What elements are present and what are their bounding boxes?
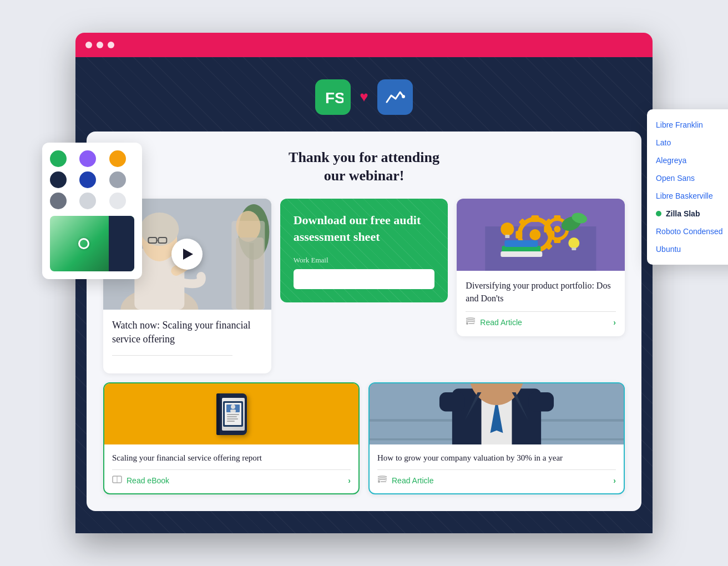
article-card-body: Diversifying your product portfolio: Dos… <box>457 271 625 336</box>
article-divider <box>466 311 616 312</box>
download-card: Download our free audit assessment sheet… <box>280 199 448 302</box>
bottom-article-card-body: How to grow your company valuation by 30… <box>370 444 624 493</box>
font-option-label: Alegreya <box>656 156 686 165</box>
svg-point-71 <box>378 481 380 483</box>
video-divider <box>112 355 232 356</box>
font-picker-panel: Libre Franklin Lato Alegreya Open Sans L… <box>647 109 728 265</box>
svg-rect-70 <box>528 393 554 412</box>
heading-line1: Thank you for attending <box>289 149 439 165</box>
svg-rect-33 <box>505 240 538 247</box>
swatch-gray-light[interactable] <box>79 193 96 209</box>
swatch-dark-navy[interactable] <box>50 171 67 188</box>
swatch-yellow[interactable] <box>109 150 126 167</box>
svg-rect-31 <box>544 226 549 233</box>
browser-window: FS ♥ <box>75 33 653 534</box>
color-palette-panel <box>42 143 142 279</box>
download-label: Work Email <box>294 256 435 265</box>
swatch-blue[interactable] <box>79 171 96 188</box>
svg-point-41 <box>466 322 468 325</box>
ebook-book-visual <box>216 393 247 435</box>
font-option-roboto-condensed[interactable]: Roboto Condensed <box>647 223 728 240</box>
svg-point-1 <box>402 95 405 98</box>
browser-titlebar <box>75 33 653 57</box>
svg-point-37 <box>569 237 580 249</box>
logo-fs: FS <box>315 79 351 115</box>
swatch-gray-dark[interactable] <box>50 193 67 209</box>
font-option-lato[interactable]: Lato <box>647 134 728 151</box>
svg-point-18 <box>530 229 541 240</box>
bottom-article-icon <box>377 476 387 486</box>
font-option-label: Lato <box>656 138 671 147</box>
main-content-area: Libre Franklin Lato Alegreya Open Sans L… <box>87 132 641 512</box>
svg-rect-46 <box>230 410 236 412</box>
svg-point-35 <box>501 223 514 236</box>
bottom-article-divider <box>377 469 616 470</box>
read-ebook-label: Read eBook <box>127 476 169 485</box>
font-option-open-sans[interactable]: Open Sans <box>647 169 728 187</box>
read-ebook-link[interactable]: Read eBook › <box>112 476 351 486</box>
svg-rect-21 <box>516 231 523 239</box>
ebook-icon <box>112 476 122 486</box>
work-email-input[interactable] <box>294 269 435 289</box>
gradient-preview[interactable] <box>50 216 134 271</box>
svg-rect-49 <box>227 418 238 420</box>
font-option-zilla-slab[interactable]: Zilla Slab <box>647 205 728 223</box>
content-grid: Watch now: Scaling your financial servic… <box>103 199 625 373</box>
font-option-ubuntu[interactable]: Ubuntu <box>647 240 728 258</box>
page-heading: Thank you for attending our webinar! <box>103 148 625 186</box>
swatch-green[interactable] <box>50 150 67 167</box>
font-option-alegreya[interactable]: Alegreya <box>647 151 728 169</box>
traffic-light-3[interactable] <box>108 42 114 48</box>
gradient-preview-dark <box>109 216 134 271</box>
video-title: Watch now: Scaling your financial servic… <box>112 319 262 346</box>
traffic-light-2[interactable] <box>97 42 103 48</box>
swatch-gray-medium[interactable] <box>109 171 126 188</box>
swatch-gray-lighter[interactable] <box>109 193 126 209</box>
read-article-link[interactable]: Read Article › <box>466 317 616 327</box>
read-article-label: Read Article <box>480 318 522 327</box>
font-option-label: Zilla Slab <box>666 209 700 218</box>
ebook-card-body: Scaling your financial service offering … <box>104 444 358 493</box>
read-chevron-icon: › <box>613 318 616 327</box>
font-option-libre-franklin[interactable]: Libre Franklin <box>647 116 728 134</box>
font-option-libre-baskerville[interactable]: Libre Baskerville <box>647 187 728 205</box>
ebook-title: Scaling your financial service offering … <box>112 452 351 464</box>
bottom-article-card: How to grow your company valuation by 30… <box>368 382 625 494</box>
logo-nurture <box>377 79 413 115</box>
article-icon <box>466 317 476 327</box>
gradient-selector-handle[interactable] <box>78 238 89 249</box>
svg-point-8 <box>140 213 179 246</box>
bottom-article-image <box>370 383 624 444</box>
color-swatches <box>50 150 134 209</box>
bottom-article-title: How to grow your company valuation by 30… <box>377 452 616 464</box>
browser-body: FS ♥ <box>75 57 653 534</box>
swatch-purple[interactable] <box>79 150 96 167</box>
svg-point-28 <box>554 226 561 233</box>
ebook-card: Scaling your financial service offering … <box>103 382 360 494</box>
ebook-divider <box>112 469 351 470</box>
svg-point-13 <box>236 211 260 242</box>
ebook-cover <box>104 383 358 444</box>
article-image <box>457 199 625 271</box>
svg-rect-47 <box>227 414 239 415</box>
download-title: Download our free audit assessment sheet <box>294 212 435 245</box>
bottom-grid: Scaling your financial service offering … <box>103 382 625 511</box>
read-bottom-article-link[interactable]: Read Article › <box>377 476 616 486</box>
heart-icon: ♥ <box>360 89 368 105</box>
svg-rect-19 <box>532 215 539 222</box>
traffic-light-1[interactable] <box>85 42 92 48</box>
font-option-label: Open Sans <box>656 174 695 183</box>
font-option-label: Libre Baskerville <box>656 191 713 200</box>
ebook-book-inner <box>222 398 245 431</box>
bottom-article-chevron-icon: › <box>613 476 616 485</box>
svg-rect-38 <box>572 247 577 250</box>
font-option-label: Ubuntu <box>656 245 681 254</box>
article-title: Diversifying your product portfolio: Dos… <box>466 280 616 305</box>
svg-point-45 <box>231 405 235 409</box>
svg-rect-48 <box>227 416 237 417</box>
video-card-body: Watch now: Scaling your financial servic… <box>103 310 271 373</box>
font-selected-dot <box>656 211 661 216</box>
play-button[interactable] <box>171 239 203 270</box>
bottom-article-label: Read Article <box>392 476 433 485</box>
svg-text:FS: FS <box>325 89 343 107</box>
